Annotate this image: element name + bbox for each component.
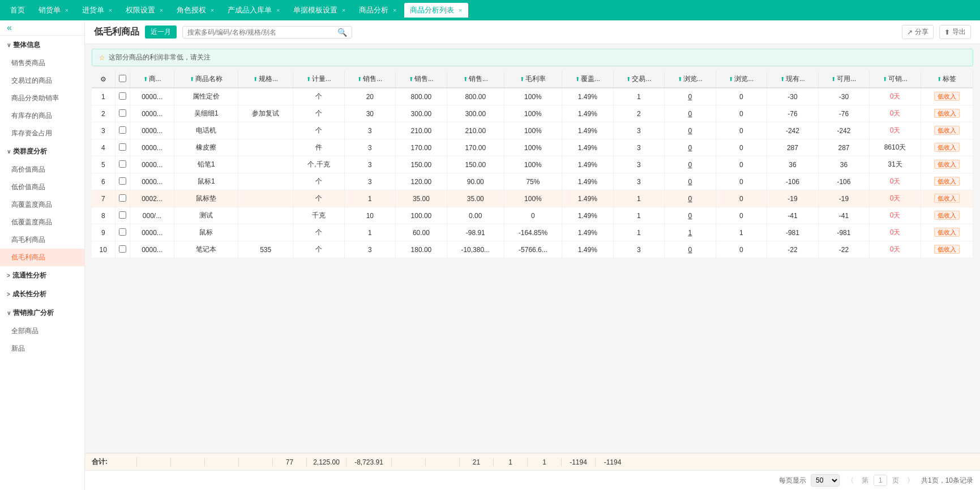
share-button[interactable]: ↗ 分享 [902, 25, 934, 39]
nav-templates-close[interactable]: × [342, 7, 345, 14]
prev-page-button[interactable]: 〈 [844, 475, 857, 487]
row-checkbox-cell[interactable] [115, 156, 130, 173]
date-filter-button[interactable]: 近一月 [145, 25, 177, 39]
sidebar-collapse-button[interactable]: « [5, 23, 14, 33]
row-checkbox-cell[interactable] [115, 207, 130, 224]
row-num: 4 [92, 139, 115, 156]
row-browse1[interactable]: 0 [665, 241, 716, 258]
row-checkbox-cell[interactable] [115, 139, 130, 156]
sidebar-item-high-margin[interactable]: 高毛利商品 [0, 231, 84, 249]
th-current[interactable]: ⬆现有... [767, 71, 819, 88]
row-checkbox[interactable] [119, 194, 126, 202]
sidebar-item-low-value[interactable]: 低价值商品 [0, 178, 84, 196]
sidebar-group-circulation[interactable]: > 流通性分析 [0, 266, 84, 285]
row-browse1[interactable]: 1 [665, 224, 716, 241]
nav-home[interactable]: 首页 [5, 3, 31, 18]
th-spec[interactable]: ⬆规格... [238, 71, 293, 88]
table-wrapper[interactable]: ⚙ ⬆商... ⬆商品名称 ⬆规格... ⬆计量... ⬆销售... ⬆销售..… [92, 71, 973, 453]
row-browse1[interactable]: 0 [665, 207, 716, 224]
nav-purchase[interactable]: 进货单 × [76, 3, 118, 18]
sidebar-group-growth[interactable]: > 成长性分析 [0, 285, 84, 304]
table-row: 2 0000... 吴细细1 参加复试 个 30 300.00 300.00 1… [92, 105, 973, 122]
nav-goods-analysis-close[interactable]: × [393, 7, 396, 14]
sidebar-item-stock-goods[interactable]: 有库存的商品 [0, 107, 84, 125]
sidebar-group-overall[interactable]: ∨ 整体信息 [0, 36, 84, 54]
select-all-checkbox[interactable] [119, 75, 126, 82]
search-input[interactable] [187, 28, 337, 36]
row-checkbox-cell[interactable] [115, 105, 130, 122]
sidebar-item-new-goods[interactable]: 新品 [0, 340, 84, 357]
th-sales3[interactable]: ⬆销售... [447, 71, 504, 88]
row-checkbox-cell[interactable] [115, 173, 130, 190]
sidebar-item-high-coverage[interactable]: 高覆盖度商品 [0, 196, 84, 214]
th-tx[interactable]: ⬆交易... [613, 71, 665, 88]
nav-permissions-close[interactable]: × [160, 7, 163, 14]
sidebar-item-high-value[interactable]: 高价值商品 [0, 161, 84, 178]
nav-products[interactable]: 产成品入库单 × [222, 3, 285, 18]
th-unit[interactable]: ⬆计量... [293, 71, 345, 88]
row-checkbox[interactable] [119, 177, 126, 185]
th-sales1[interactable]: ⬆销售... [344, 71, 396, 88]
row-browse1[interactable]: 0 [665, 156, 716, 173]
nav-templates[interactable]: 单据模板设置 × [288, 3, 351, 18]
row-browse1[interactable]: 0 [665, 139, 716, 156]
row-checkbox-cell[interactable] [115, 224, 130, 241]
row-sales2: 60.00 [396, 224, 447, 241]
th-saleable[interactable]: ⬆可销... [870, 71, 921, 88]
nav-goods-analysis-list[interactable]: 商品分析列表 × [404, 3, 468, 18]
nav-goods-analysis-list-close[interactable]: × [459, 7, 462, 14]
row-checkbox[interactable] [119, 92, 126, 100]
row-checkbox[interactable] [119, 126, 126, 134]
row-checkbox[interactable] [119, 160, 126, 168]
row-name: 橡皮擦 [174, 139, 238, 156]
sidebar-group-marketing[interactable]: ∨ 营销推广分析 [0, 304, 84, 322]
nav-roles[interactable]: 角色授权 × [171, 3, 220, 18]
sidebar-item-capital[interactable]: 库存资金占用 [0, 125, 84, 142]
row-checkbox[interactable] [119, 228, 126, 236]
row-browse1[interactable]: 0 [665, 173, 716, 190]
row-sales3: 35.00 [447, 190, 504, 207]
sidebar-item-low-coverage[interactable]: 低覆盖度商品 [0, 214, 84, 231]
row-checkbox-cell[interactable] [115, 190, 130, 207]
nav-products-close[interactable]: × [276, 7, 280, 14]
th-settings[interactable]: ⚙ [92, 71, 115, 88]
th-checkbox[interactable] [115, 71, 130, 88]
sidebar-item-category-rate[interactable]: 商品分类助销率 [0, 90, 84, 107]
row-checkbox-cell[interactable] [115, 122, 130, 139]
th-browse1[interactable]: ⬆浏览... [665, 71, 716, 88]
row-checkbox[interactable] [119, 211, 126, 219]
row-checkbox-cell[interactable] [115, 241, 130, 258]
row-checkbox[interactable] [119, 143, 126, 151]
sidebar-item-low-margin[interactable]: 低毛利商品 [0, 249, 84, 266]
nav-sales[interactable]: 销货单 × [33, 3, 74, 18]
nav-permissions[interactable]: 权限设置 × [120, 3, 169, 18]
th-name[interactable]: ⬆商品名称 [174, 71, 238, 88]
next-page-button[interactable]: 〉 [904, 475, 917, 487]
th-margin[interactable]: ⬆毛利率 [504, 71, 562, 88]
row-browse1[interactable]: 0 [665, 88, 716, 105]
nav-sales-close[interactable]: × [65, 7, 69, 14]
sidebar-group-cluster[interactable]: ∨ 类群度分析 [0, 142, 84, 161]
sidebar-item-sales-goods[interactable]: 销售类商品 [0, 54, 84, 72]
row-browse1[interactable]: 0 [665, 190, 716, 207]
row-browse1[interactable]: 0 [665, 105, 716, 122]
sidebar-item-all-goods[interactable]: 全部商品 [0, 322, 84, 340]
row-checkbox[interactable] [119, 245, 126, 253]
th-sales2[interactable]: ⬆销售... [396, 71, 447, 88]
th-browse2[interactable]: ⬆浏览... [716, 71, 767, 88]
row-checkbox-cell[interactable] [115, 88, 130, 105]
export-button[interactable]: ⬆ 导出 [939, 25, 971, 39]
th-coverage[interactable]: ⬆覆盖... [562, 71, 614, 88]
nav-roles-close[interactable]: × [211, 7, 214, 14]
sidebar-item-traded-goods[interactable]: 交易过的商品 [0, 72, 84, 90]
th-tag[interactable]: ⬆标签 [921, 71, 973, 88]
row-browse1[interactable]: 0 [665, 122, 716, 139]
current-page-input[interactable]: 1 [874, 475, 887, 486]
th-available[interactable]: ⬆可用... [818, 71, 870, 88]
page-size-select[interactable]: 20 50 100 [811, 474, 840, 487]
nav-goods-analysis[interactable]: 商品分析 × [353, 3, 402, 18]
search-icon[interactable]: 🔍 [337, 28, 347, 37]
row-checkbox[interactable] [119, 109, 126, 117]
nav-purchase-close[interactable]: × [109, 7, 112, 14]
th-code[interactable]: ⬆商... [130, 71, 174, 88]
